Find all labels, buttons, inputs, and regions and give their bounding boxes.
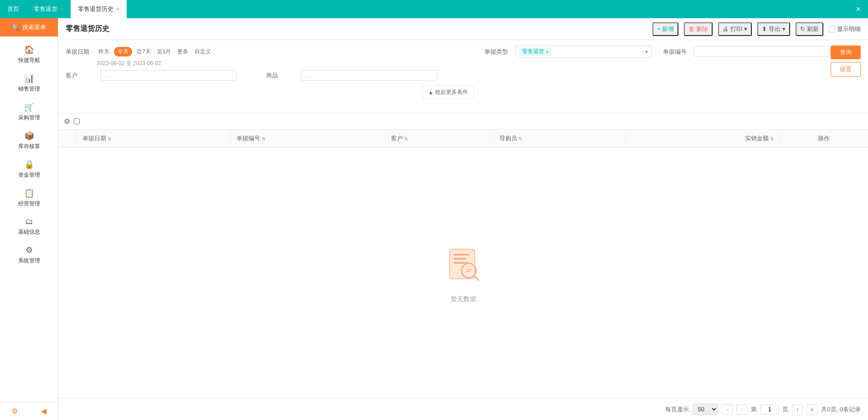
sidebar-item-operations[interactable]: 📋 经营管理 [0,184,58,212]
pagination-next-button[interactable]: › [792,404,803,415]
display-toggle-checkbox[interactable] [829,26,835,32]
refresh-label: 刷新 [807,25,819,33]
sidebar-item-sales[interactable]: 📊 销售管理 [0,69,58,97]
tab-retail-return-label: 零售退货 [34,5,57,13]
number-filter-input[interactable] [694,46,831,57]
delete-button[interactable]: 🗑 删除 [684,22,713,36]
type-tag-close[interactable]: × [546,49,549,55]
empty-icon [441,242,486,288]
sidebar-search[interactable]: 🔍 搜索菜单 [0,18,58,36]
date-opt-more[interactable]: 更多 [175,47,190,56]
th-customer-sort-icon: ⇅ [404,136,408,141]
customer-filter-label: 客户 [66,72,93,80]
th-guide[interactable]: 导购员 ⇅ [494,130,626,148]
sidebar-item-purchase[interactable]: 🛒 采购管理 [0,97,58,126]
table-header: 单据日期 ⇅ 单据编号 ⇅ 客户 [58,130,868,148]
tab-retail-return-close[interactable]: × [60,6,63,12]
th-guide-sort-icon: ⇅ [519,136,522,141]
th-date[interactable]: 单据日期 ⇅ [77,130,231,148]
th-actions-label: 操作 [818,135,830,142]
date-range-display: 2023-06-02 至 2023-06-02 [97,60,161,67]
new-button[interactable]: + 新增 [652,22,678,36]
print-arrow-icon: ▾ [744,26,747,32]
page-label: 第 [751,405,757,414]
sidebar-item-inventory[interactable]: 📦 库存核算 [0,126,58,155]
data-table: 单据日期 ⇅ 单据编号 ⇅ 客户 [58,130,868,148]
type-filter-select[interactable]: 零售退货 × ▾ [515,46,652,58]
collapse-button[interactable]: ▲ 收起更多条件 [422,85,474,99]
customer-filter-input[interactable]: … [100,70,237,81]
type-filter-label: 单据类型 [484,48,512,56]
page-number-input[interactable]: 1 [760,404,779,415]
date-opt-today[interactable]: 今天 [114,47,132,56]
th-amount[interactable]: 实销金额 ⇅ [625,130,780,148]
filter-right: 查询 设置 [831,46,861,77]
print-button[interactable]: 🖨 打印 ▾ [718,22,752,36]
th-amount-sort-icon: ⇅ [770,136,774,141]
display-toggle: 显示明细 [829,25,861,33]
tab-retail-return-history[interactable]: 零售退货历史 × [71,0,127,18]
pagination-bar: 每页显示 10 20 50 100 « ‹ 第 1 页 › » 共0页, 0条记… [58,398,868,420]
sidebar-item-finance[interactable]: 🔒 资金管理 [0,155,58,184]
date-filter-label: 单据日期 [66,48,93,56]
table-settings-icon[interactable]: ⚙ [64,117,70,126]
empty-text: 暂无数据 [451,295,476,303]
tab-home[interactable]: 首页 [0,0,26,18]
sidebar-item-quick-nav-label: 快捷导航 [18,56,40,64]
customer-placeholder: … [104,72,110,79]
page-title: 零售退货历史 [66,24,652,34]
th-number[interactable]: 单据编号 ⇅ [231,130,385,148]
th-date-label: 单据日期 [82,134,106,143]
tab-retail-return[interactable]: 零售退货 × [26,0,71,18]
filter-left: 单据日期 昨天 今天 近7天 近1月 更多 自定义 单据类型 [66,46,831,108]
date-opt-7days[interactable]: 近7天 [135,47,153,56]
table-select-all-checkbox[interactable] [74,118,80,124]
date-options: 昨天 今天 近7天 近1月 更多 自定义 [97,47,213,56]
collapse-label: 收起更多条件 [435,88,468,96]
sidebar-item-basic-info[interactable]: 🗂 基础信息 [0,212,58,241]
purchase-icon: 🛒 [24,102,34,112]
th-actions: 操作 [780,130,868,148]
refresh-button[interactable]: ↻ 刷新 [796,22,823,36]
sidebar-item-purchase-label: 采购管理 [18,114,40,122]
filter-row-top: 单据日期 昨天 今天 近7天 近1月 更多 自定义 单据类型 [66,46,861,108]
goods-filter-input[interactable]: … [301,70,437,81]
home-icon: 🏠 [24,45,34,55]
pagination-prev-button[interactable]: ‹ [736,404,747,415]
sidebar-settings-button[interactable]: ⚙ [11,407,18,415]
th-number-sort-icon: ⇅ [262,136,265,141]
number-filter-label: 单据编号 [663,48,690,56]
window-close-button[interactable]: × [856,5,861,13]
empty-state: 暂无数据 [58,148,868,398]
print-icon: 🖨 [723,26,729,32]
sidebar-item-system[interactable]: ⚙ 系统管理 [0,241,58,269]
filter-second-row: 客户 … 商品 … [66,70,831,81]
type-select-arrow-icon: ▾ [645,49,648,55]
filter-settings-button[interactable]: 设置 [831,62,861,77]
svg-point-5 [464,266,473,275]
query-button[interactable]: 查询 [831,46,861,59]
pagination-last-button[interactable]: » [806,404,817,415]
per-page-select[interactable]: 10 20 50 100 [693,404,718,415]
basic-info-icon: 🗂 [25,217,33,226]
export-button[interactable]: ⬆ 导出 ▾ [757,22,790,36]
header-actions: + 新增 🗑 删除 🖨 打印 ▾ ⬆ 导出 ▾ ↻ 刷新 [652,22,861,36]
content-area: 零售退货历史 + 新增 🗑 删除 🖨 打印 ▾ ⬆ 导出 ▾ ↻ 刷新 [58,18,868,420]
goods-filter-col: 商品 … [266,70,448,81]
date-opt-1month[interactable]: 近1月 [155,47,173,56]
finance-icon: 🔒 [24,159,34,169]
date-opt-yesterday[interactable]: 昨天 [97,47,111,56]
topbar-tabs: 首页 零售退货 × 零售退货历史 × [0,0,868,18]
sidebar-item-quick-nav[interactable]: 🏠 快捷导航 [0,40,58,69]
date-opt-custom[interactable]: 自定义 [193,47,213,56]
export-label: 导出 [769,25,781,33]
tab-retail-return-history-close[interactable]: × [116,6,119,12]
sidebar-collapse-button[interactable]: ◀ [41,407,46,415]
th-customer[interactable]: 客户 ⇅ [385,130,494,148]
per-page-label: 每页显示 [665,405,689,414]
th-date-sort-icon: ⇅ [108,136,111,141]
pagination-first-button[interactable]: « [722,404,733,415]
svg-rect-1 [453,254,469,256]
export-arrow-icon: ▾ [782,26,786,32]
display-toggle-label: 显示明细 [837,25,861,33]
